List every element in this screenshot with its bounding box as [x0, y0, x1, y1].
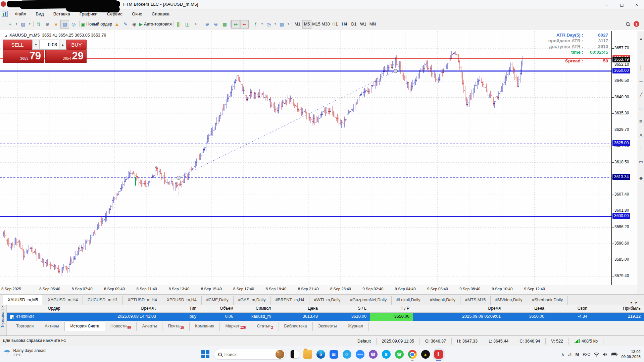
indicators-cone-icon[interactable]: ▲ [112, 20, 121, 29]
ms-store-icon[interactable]: ▦ [330, 350, 338, 359]
lot-increase-button[interactable]: ▲ [59, 40, 66, 50]
candlestick-chart-button[interactable]: ◫ [183, 20, 192, 29]
table-header-cell[interactable]: S / L [321, 305, 370, 312]
new-order-button[interactable]: ▣ Новый ордер [80, 20, 112, 29]
terminal-tab[interactable]: История Счета [65, 321, 105, 331]
market-watch-button[interactable]: ⇅ [34, 20, 43, 29]
search-icon[interactable] [626, 22, 630, 26]
lot-decrease-button[interactable]: ▼ [32, 40, 40, 50]
menu-item[interactable]: Файл [10, 10, 31, 18]
auto-scroll-button[interactable]: ↦ [231, 20, 240, 29]
profiles-dropdown[interactable]: ▾ [28, 20, 32, 29]
data-window-button[interactable]: ⊕ [43, 20, 52, 29]
new-chart-dropdown[interactable]: ▾ [14, 20, 19, 29]
fibonacci-tool[interactable]: ≣ [638, 115, 644, 128]
chart-scroll-up-button[interactable]: ▴ [638, 32, 644, 45]
symbol-tab[interactable]: #Magnit,Daily [425, 296, 460, 305]
lot-size-input[interactable]: 0.03 [40, 40, 59, 50]
symbol-tab[interactable]: #Lukoil,Daily [392, 296, 425, 305]
indicators-list-button[interactable]: ƒ [251, 20, 260, 29]
sell-button[interactable]: SELL [3, 40, 32, 50]
timeframe-w1-button[interactable]: W1 [358, 20, 368, 29]
templates-dropdown[interactable]: ▾ [286, 20, 290, 29]
timeframe-h1-button[interactable]: H1 [330, 20, 340, 29]
collapse-triangle-icon[interactable]: ▲ [5, 34, 8, 37]
symbol-tab[interactable]: XPTUSD_m,H4 [123, 296, 162, 305]
bw-app-icon[interactable] [290, 350, 299, 359]
terminal-tab[interactable]: Новости99 [105, 322, 137, 331]
volume-icon[interactable] [603, 352, 608, 357]
timeframe-m5-button[interactable]: M5 [302, 20, 311, 29]
equidistant-channel-tool[interactable]: ▱ [638, 101, 644, 115]
text-tool[interactable]: A [638, 128, 644, 142]
table-header-cell[interactable]: Прибыль [591, 305, 644, 312]
symbol-tab[interactable]: XAUUSD_m,M5 [3, 295, 43, 305]
minimize-button[interactable]: – [600, 0, 614, 9]
timeframe-h4-button[interactable]: H4 [340, 20, 349, 29]
skype-icon[interactable]: S [382, 350, 391, 359]
line-chart-button[interactable]: ≈ [192, 20, 200, 29]
navigator-button[interactable]: ★ [52, 20, 60, 29]
horizontal-line-tool[interactable]: ─ [638, 74, 644, 88]
wifi-icon[interactable] [594, 352, 599, 357]
new-chart-button[interactable]: + [6, 20, 14, 29]
terminal-tab[interactable]: Почта15 [162, 322, 190, 331]
table-header-cell[interactable]: Цена [504, 305, 548, 312]
timeframe-m1-button[interactable]: M1 [293, 20, 302, 29]
taskbar-clock[interactable]: 13:02 09.09.2025 [621, 349, 641, 359]
terminal-tab[interactable]: Компания [190, 322, 220, 331]
text-label-tool[interactable]: T [638, 142, 644, 155]
terminal-tab[interactable]: Эксперты [313, 322, 343, 331]
chart-shift-button[interactable]: ⇤ [240, 20, 249, 29]
sell-price[interactable]: 3653 79 [3, 50, 44, 63]
table-header-cell[interactable]: Своп [548, 305, 591, 312]
terminal-button[interactable]: ▤ [60, 20, 69, 29]
symbol-tab[interactable]: #WTI_m,Daily [309, 296, 345, 305]
table-header-cell[interactable]: Время [413, 305, 504, 312]
table-header-cell[interactable]: Время▴ [64, 305, 159, 312]
periods-button[interactable]: ◷ [264, 20, 273, 29]
tray-m-icon[interactable]: M [576, 352, 579, 357]
terminal-tab[interactable]: Торговля [11, 322, 39, 331]
table-header-cell[interactable]: T / P [370, 305, 413, 312]
symbol-tab[interactable]: #MVideo,Daily [491, 296, 527, 305]
timeframe-m15-button[interactable]: M15 [311, 20, 321, 29]
table-header-cell[interactable]: Ордер [7, 305, 64, 312]
whatsapp-icon[interactable]: ☎ [395, 350, 404, 359]
table-header-cell[interactable]: Объем [200, 305, 237, 312]
terminal-tab[interactable]: Алерты [137, 322, 162, 331]
chart-canvas[interactable] [0, 31, 611, 286]
close-button[interactable]: × [629, 0, 644, 9]
viber-icon[interactable]: ☎ [369, 350, 378, 359]
zoom-out-button[interactable]: ⊖ [211, 20, 220, 29]
zoom-icon[interactable]: zoom [356, 350, 364, 359]
symbol-tab[interactable]: #Sberbank,Daily [527, 296, 568, 305]
terminal-tab[interactable]: Маркет126 [220, 322, 251, 331]
symbol-tab[interactable]: #CME,Daily [202, 296, 234, 305]
symbol-tab[interactable]: #MTS,M15 [460, 296, 491, 305]
timeframe-m30-button[interactable]: M30 [321, 20, 330, 29]
scripts-button[interactable]: ✎ [121, 20, 130, 29]
tabs-scroll-left-icon[interactable]: ◂ [630, 300, 632, 305]
tile-windows-button[interactable]: ▦ [220, 20, 229, 29]
timeframe-mn-button[interactable]: MN [368, 20, 377, 29]
language-indicator[interactable]: РУС [583, 352, 590, 356]
terminal-tab[interactable]: Журнал [342, 322, 369, 331]
terminal-close-icon[interactable]: × [1, 305, 3, 309]
battery-icon[interactable] [611, 353, 617, 356]
menu-item[interactable]: Окно [127, 10, 147, 18]
start-button[interactable] [201, 350, 209, 358]
file-explorer-icon[interactable] [303, 350, 312, 359]
terminal-tab[interactable]: Активы [39, 322, 64, 331]
rectangle-tool[interactable]: ▭ [638, 155, 644, 168]
symbol-tab[interactable]: XAGUSD_m,H4 [43, 296, 83, 305]
templates-button[interactable]: ▨ [277, 20, 286, 29]
tabs-scroll-right-icon[interactable]: ▸ [635, 300, 637, 305]
indicators-list-dropdown[interactable]: ▾ [260, 20, 264, 29]
symbol-tab[interactable]: #GazpromNef,Daily [345, 296, 392, 305]
arrows-tool[interactable]: ◆ [638, 171, 644, 185]
menu-item[interactable]: Справка [147, 10, 174, 18]
metatrader-icon[interactable] [434, 350, 443, 359]
menu-item[interactable]: Вид [31, 10, 48, 18]
symbol-tab[interactable]: XPDUSD_m,H4 [162, 296, 202, 305]
